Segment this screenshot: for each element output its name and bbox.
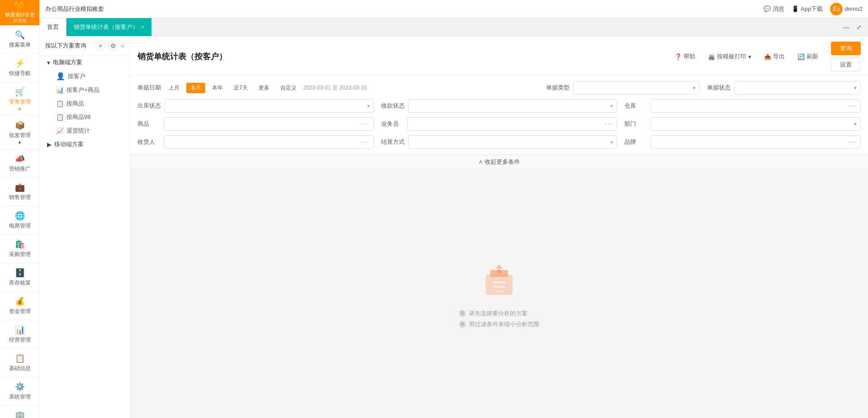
window-controls: — ⤢: [841, 22, 868, 33]
date-btn-this-year[interactable]: 本年: [208, 83, 227, 93]
sidebar-item-ecommerce[interactable]: 🌐 电商管理: [0, 206, 39, 235]
tab-close-btn[interactable]: ×: [141, 24, 144, 30]
export-btn[interactable]: 📤 导出: [760, 51, 788, 62]
purchase-icon: 🛍️: [15, 239, 25, 249]
sidebar-item-search-label: 搜索菜单: [9, 41, 31, 49]
sidebar-item-nav[interactable]: ⚡ 快捷导航: [0, 54, 39, 82]
app-download-label: App下载: [801, 5, 823, 13]
tree-item-by-product99[interactable]: 📋 按商品99: [40, 110, 130, 124]
order-type-arrow: ▾: [693, 85, 696, 91]
sidebar-item-system[interactable]: ⚙️ 系统管理: [0, 377, 39, 406]
query-button[interactable]: 查询: [831, 42, 861, 55]
maximize-btn[interactable]: ⤢: [854, 22, 864, 33]
minimize-btn[interactable]: —: [841, 22, 852, 33]
collection-status-label: 收款状态: [381, 102, 405, 110]
tree-group-pc[interactable]: ▾ 电脑端方案: [40, 56, 130, 69]
print-btn[interactable]: 🖨️ 按模板打印 ▾: [704, 51, 755, 62]
settings-button[interactable]: 设置: [831, 58, 861, 71]
sidebar-item-retail[interactable]: 🛒 零售管理 ▲: [0, 82, 39, 116]
filter-receiver-field: 收货人 ···: [137, 135, 374, 149]
tree-item-by-customer-product[interactable]: 📊 按客户+商品: [40, 83, 130, 97]
retail-arrow: ▲: [18, 106, 22, 111]
receiver-input[interactable]: ···: [164, 135, 374, 149]
filter-date-field: 单据日期 上月 本月 本年 近7天 更多 自定义 2023-03-01 至 20…: [137, 83, 539, 93]
refresh-icon: 🔄: [797, 53, 805, 60]
order-type-input[interactable]: ▾: [573, 81, 700, 95]
date-btn-last-7[interactable]: 近7天: [230, 83, 252, 93]
out-status-label: 出库状态: [137, 102, 161, 110]
empty-state: ① 请先选择要分析的方案 ② 用过滤条件来缩小分析范围: [130, 169, 868, 418]
refresh-btn[interactable]: 🔄 刷新: [794, 51, 822, 62]
collection-status-input[interactable]: ▾: [408, 99, 618, 113]
sidebar-item-inventory[interactable]: 🗄️ 库存核算: [0, 263, 39, 292]
topbar-title: 办公用品行业模拟账套: [45, 5, 760, 13]
warehouse-input[interactable]: ···: [651, 99, 861, 113]
customer-icon: 👤: [56, 72, 65, 81]
warehouse-dots: ···: [848, 102, 857, 110]
department-input[interactable]: ▾: [651, 117, 861, 131]
tab-home[interactable]: 首页: [40, 18, 66, 36]
sidebar-item-marketing[interactable]: 📣 营销推广: [0, 149, 39, 178]
tree-group-mobile-label: 移动端方案: [54, 140, 84, 148]
filter-row-3: 商品 ··· 业务员 ··· 部门: [137, 117, 861, 131]
tab-active[interactable]: 销货单统计表（按客户） ×: [66, 18, 152, 36]
sidebar-item-purchase[interactable]: 🛍️ 采购管理: [0, 235, 39, 263]
sidebar-logo: 🧡 畅捷通好生意 标准版: [0, 0, 40, 25]
sidebar-item-retail-label: 零售管理: [9, 98, 31, 106]
left-panel: 按以下方案查询 + ⚙ « ▾ 电脑端方案 👤 按客户 📊: [40, 36, 130, 418]
brand-input[interactable]: ···: [651, 135, 861, 149]
export-label: 导出: [773, 52, 785, 61]
left-panel-collapse-btn[interactable]: «: [121, 42, 124, 49]
out-status-input[interactable]: ▾: [165, 99, 374, 113]
tree-item-by-product[interactable]: 📋 按商品: [40, 97, 130, 110]
sidebar-item-inventory-label: 库存核算: [9, 279, 31, 287]
wholesale-arrow: ▲: [18, 139, 22, 144]
settings-scheme-btn[interactable]: ⚙: [108, 41, 118, 51]
product-input[interactable]: ···: [164, 117, 374, 131]
username: demo2: [844, 5, 863, 12]
svg-marker-6: [495, 264, 503, 269]
date-btn-more[interactable]: 更多: [255, 83, 274, 93]
tree-group-mobile[interactable]: ▶ 移动端方案: [40, 138, 130, 151]
date-btn-last-month[interactable]: 上月: [165, 83, 184, 93]
sidebar-item-sales[interactable]: 💼 销售管理: [0, 178, 39, 206]
empty-tip-1: ① 请先选择要分析的方案: [459, 309, 539, 318]
filter-department-field: 部门 ▾: [624, 117, 861, 131]
salesperson-label: 业务员: [381, 120, 404, 128]
collapse-more-btn[interactable]: ∧ 收起更多条件: [130, 155, 868, 169]
left-panel-header: 按以下方案查询 + ⚙ «: [40, 36, 130, 56]
order-status-input[interactable]: ▾: [734, 81, 861, 95]
wholesale-icon: 📦: [15, 120, 25, 130]
help-icon: ❓: [675, 53, 682, 60]
add-scheme-btn[interactable]: +: [95, 41, 105, 51]
help-btn[interactable]: ❓ 帮助: [671, 51, 699, 62]
tab-active-label: 销货单统计表（按客户）: [74, 23, 138, 31]
empty-tips: ① 请先选择要分析的方案 ② 用过滤条件来缩小分析范围: [459, 309, 539, 328]
sidebar-item-basic[interactable]: 📋 基础信息: [0, 349, 39, 377]
tip-1-text: 请先选择要分析的方案: [469, 309, 528, 318]
settlement-input[interactable]: ▾: [408, 135, 618, 149]
left-panel-title: 按以下方案查询: [45, 42, 86, 50]
date-btn-this-month[interactable]: 本月: [186, 83, 205, 93]
department-arrow: ▾: [854, 121, 857, 127]
sidebar-item-search[interactable]: 🔍 搜索菜单: [0, 25, 39, 54]
sidebar-item-wholesale[interactable]: 📦 批发管理 ▲: [0, 116, 39, 149]
print-dropdown-icon: ▾: [748, 53, 751, 60]
tree-item-by-customer[interactable]: 👤 按客户: [40, 69, 130, 83]
sidebar-item-finance[interactable]: 💰 资金管理: [0, 292, 39, 320]
app-download-btn[interactable]: 📱 App下载: [792, 5, 823, 13]
order-status-arrow: ▾: [854, 85, 857, 91]
sidebar-item-operations[interactable]: 📊 经营管理: [0, 320, 39, 349]
tree: ▾ 电脑端方案 👤 按客户 📊 按客户+商品 📋 按商品 📋 按商品: [40, 56, 130, 151]
tree-item-return-stats[interactable]: 📈 退货统计: [40, 124, 130, 138]
help-label: 帮助: [684, 52, 695, 61]
user-area[interactable]: Ea demo2: [830, 3, 863, 15]
salesperson-input[interactable]: ···: [407, 117, 618, 131]
message-btn[interactable]: 💬 消息: [764, 5, 784, 13]
collection-status-arrow: ▾: [610, 103, 613, 109]
sidebar-item-operations-label: 经营管理: [9, 336, 31, 344]
topbar: 办公用品行业模拟账套 💬 消息 📱 App下载 Ea demo2: [40, 0, 868, 18]
svg-point-2: [497, 269, 501, 274]
date-btn-custom[interactable]: 自定义: [276, 83, 301, 93]
sidebar-item-enterprise[interactable]: 🏢 企业协同: [0, 406, 39, 418]
